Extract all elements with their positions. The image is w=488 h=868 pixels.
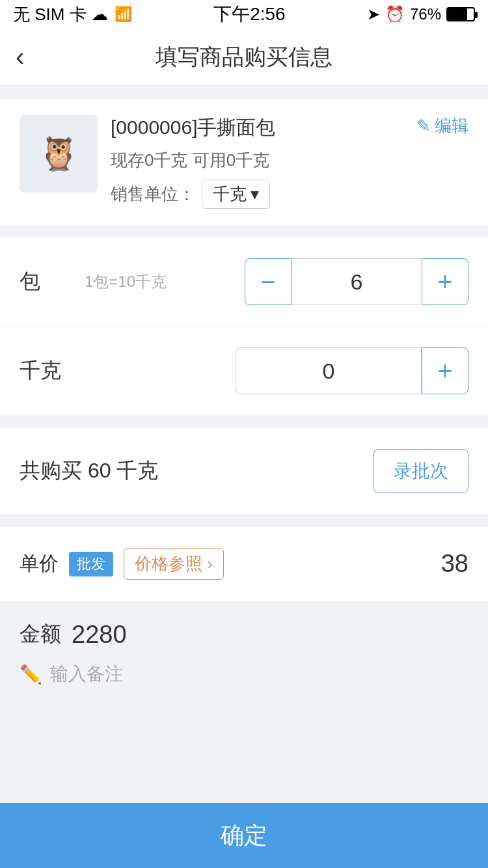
unit-label: 销售单位： xyxy=(111,183,195,206)
total-row: 共购买 60 千克 录批次 xyxy=(0,428,488,514)
product-unit-row: 销售单位： 千克 ▾ xyxy=(111,180,468,209)
package-plus-button[interactable]: + xyxy=(422,258,468,305)
edit-button[interactable]: ✎ 编辑 xyxy=(416,115,468,137)
amount-row: 金额 2280 xyxy=(20,620,468,649)
alarm-icon: ⏰ xyxy=(385,5,405,23)
nav-bar: ‹ 填写商品购买信息 xyxy=(0,29,488,86)
kg-label: 千克 xyxy=(20,357,72,385)
amount-value: 2280 xyxy=(72,621,127,649)
kg-input-row: 千克 + xyxy=(0,327,488,415)
package-hint: 1包=10千克 xyxy=(85,271,232,292)
remark-placeholder: 输入备注 xyxy=(50,662,123,686)
unit-dropdown-icon: ▾ xyxy=(251,184,259,204)
price-ref-button[interactable]: 价格参照 › xyxy=(124,548,224,580)
status-bar: 无 SIM 卡 ☁ 📶 下午2:56 ➤ ⏰ 76% xyxy=(0,0,488,29)
total-qty: 60 xyxy=(88,459,111,482)
status-left: 无 SIM 卡 ☁ 📶 xyxy=(13,3,132,26)
page-title: 填写商品购买信息 xyxy=(156,42,332,72)
kg-input[interactable] xyxy=(236,347,422,394)
price-section: 单价 批发 价格参照 › 38 xyxy=(0,527,488,601)
package-minus-button[interactable]: − xyxy=(245,258,291,305)
package-input[interactable] xyxy=(291,258,422,305)
amount-label: 金额 xyxy=(20,620,61,649)
total-prefix: 共购买 xyxy=(20,459,82,482)
total-text: 共购买 60 千克 xyxy=(20,457,158,485)
product-name: [0000006]手撕面包 xyxy=(111,115,468,141)
batch-button[interactable]: 录批次 xyxy=(373,449,468,493)
battery-fill xyxy=(448,8,467,20)
product-info: [0000006]手撕面包 现存0千克 可用0千克 销售单位： 千克 ▾ xyxy=(111,115,468,209)
price-value: 38 xyxy=(441,550,468,578)
kg-controls: + xyxy=(236,347,468,394)
price-row: 单价 批发 价格参照 › 38 xyxy=(20,548,468,580)
status-time: 下午2:56 xyxy=(213,2,286,27)
package-input-row: 包 1包=10千克 − + xyxy=(0,237,488,327)
product-thumbnail-icon: 🦉 xyxy=(38,135,79,172)
package-input-section: 包 1包=10千克 − + 千克 + xyxy=(0,237,488,415)
edit-label: 编辑 xyxy=(435,115,468,137)
kg-plus-button[interactable]: + xyxy=(422,347,468,394)
location-icon: ➤ xyxy=(367,5,380,23)
price-tag: 批发 xyxy=(69,552,113,576)
battery-icon xyxy=(446,7,475,21)
status-right: ➤ ⏰ 76% xyxy=(367,5,475,23)
product-card: 🦉 [0000006]手撕面包 现存0千克 可用0千克 销售单位： 千克 ▾ ✎… xyxy=(0,99,488,224)
total-unit: 千克 xyxy=(116,459,158,482)
product-stock: 现存0千克 可用0千克 xyxy=(111,149,468,172)
battery-percent: 76% xyxy=(410,5,441,23)
sim-status: 无 SIM 卡 ☁ xyxy=(13,3,108,26)
remark-row[interactable]: ✏️ 输入备注 xyxy=(20,662,468,699)
confirm-button-label: 确定 xyxy=(221,820,267,852)
wifi-icon: 📶 xyxy=(115,6,132,23)
price-label: 单价 xyxy=(20,550,59,577)
product-image: 🦉 xyxy=(20,115,98,193)
confirm-bar[interactable]: 确定 xyxy=(0,803,488,868)
edit-icon: ✎ xyxy=(416,116,431,136)
remark-icon: ✏️ xyxy=(20,664,42,685)
package-label: 包 xyxy=(20,267,72,296)
unit-value: 千克 xyxy=(213,183,247,206)
back-button[interactable]: ‹ xyxy=(16,42,24,72)
unit-select[interactable]: 千克 ▾ xyxy=(202,180,270,209)
package-controls: − + xyxy=(245,258,468,305)
